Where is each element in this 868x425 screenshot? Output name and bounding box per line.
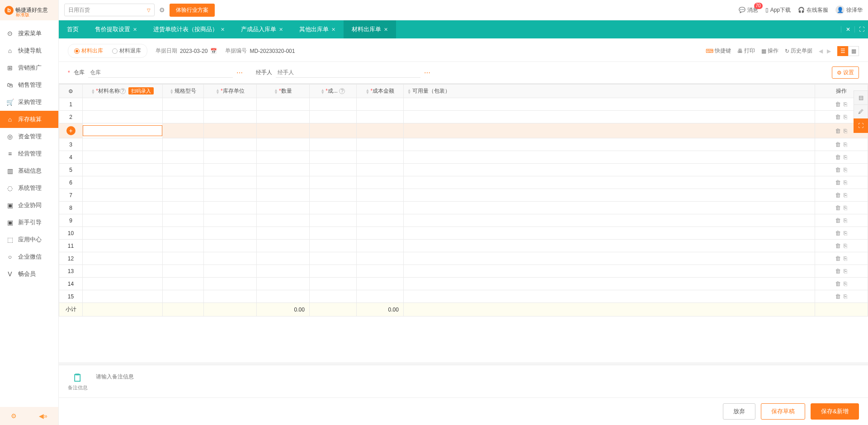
unit-cell[interactable]: [203, 123, 256, 138]
unit-cell[interactable]: [203, 227, 256, 240]
history-button[interactable]: ↻历史单据: [785, 47, 812, 55]
spec-cell[interactable]: [162, 290, 203, 303]
cost-cell[interactable]: [309, 240, 356, 252]
delete-icon[interactable]: 🗑: [835, 154, 841, 161]
nav-item-2[interactable]: ⊞营销推广: [0, 59, 58, 76]
tab-1[interactable]: 售价提取设置✕: [87, 20, 145, 38]
messages-button[interactable]: 💬 消息 70: [739, 6, 758, 14]
scan-badge[interactable]: 扫码录入: [128, 87, 154, 94]
spec-cell[interactable]: [162, 240, 203, 252]
close-icon[interactable]: ✕: [279, 27, 283, 33]
doc-date-value[interactable]: 2023-03-20: [180, 48, 208, 54]
amount-cell[interactable]: [356, 123, 403, 138]
unit-cell[interactable]: [203, 138, 256, 151]
qty-cell[interactable]: [256, 111, 309, 123]
amount-cell[interactable]: [356, 164, 403, 176]
copy-icon[interactable]: ⎘: [844, 217, 847, 224]
qty-cell[interactable]: [256, 176, 309, 189]
amount-cell[interactable]: [356, 278, 403, 290]
category-gear-icon[interactable]: ⚙: [159, 6, 165, 14]
col-material[interactable]: ▲▼*材料名称? 扫码录入: [83, 85, 163, 98]
table-row[interactable]: 4 🗑⎘: [59, 151, 868, 164]
nav-item-3[interactable]: 🛍销售管理: [0, 76, 58, 94]
material-cell[interactable]: [83, 227, 163, 240]
table-row[interactable]: 3 🗑⎘: [59, 138, 868, 151]
spec-cell[interactable]: [162, 151, 203, 164]
cost-cell[interactable]: [309, 111, 356, 123]
radio-material-return[interactable]: 材料退库: [108, 46, 146, 56]
cost-cell[interactable]: [309, 151, 356, 164]
nav-item-6[interactable]: ◎资金管理: [0, 128, 58, 145]
unit-cell[interactable]: [203, 214, 256, 227]
delete-icon[interactable]: 🗑: [835, 166, 841, 173]
material-cell[interactable]: [83, 202, 163, 214]
amount-cell[interactable]: [356, 189, 403, 202]
unit-cell[interactable]: [203, 189, 256, 202]
delete-icon[interactable]: 🗑: [835, 217, 841, 224]
float-tool-2[interactable]: 🖉: [854, 104, 868, 119]
print-button[interactable]: 🖶打印: [737, 47, 755, 55]
amount-cell[interactable]: [356, 111, 403, 123]
col-gear[interactable]: ⚙: [59, 85, 83, 98]
amount-cell[interactable]: [356, 290, 403, 303]
nav-item-8[interactable]: ▥基础信息: [0, 162, 58, 179]
handler-more-icon[interactable]: ⋯: [424, 69, 430, 76]
service-button[interactable]: 🎧 在线客服: [798, 6, 828, 14]
discard-button[interactable]: 放弃: [723, 403, 755, 420]
handler-input[interactable]: [276, 67, 420, 78]
remarks-input[interactable]: [94, 372, 859, 382]
delete-icon[interactable]: 🗑: [835, 268, 841, 274]
material-cell[interactable]: [83, 240, 163, 252]
table-row[interactable]: 14 🗑⎘: [59, 278, 868, 290]
cost-cell[interactable]: [309, 290, 356, 303]
unit-cell[interactable]: [203, 252, 256, 265]
table-row[interactable]: 6 🗑⎘: [59, 176, 868, 189]
table-row[interactable]: 5 🗑⎘: [59, 164, 868, 176]
table-row[interactable]: 7 🗑⎘: [59, 189, 868, 202]
promo-button[interactable]: 体验行业方案: [170, 4, 215, 17]
unit-cell[interactable]: [203, 151, 256, 164]
table-row[interactable]: 8 🗑⎘: [59, 202, 868, 214]
field-settings-button[interactable]: ⚙ 设置: [832, 66, 859, 79]
delete-icon[interactable]: 🗑: [835, 293, 841, 300]
unit-cell[interactable]: [203, 164, 256, 176]
delete-icon[interactable]: 🗑: [835, 242, 841, 249]
nav-item-5[interactable]: ⌂库存核算: [0, 111, 58, 128]
close-icon[interactable]: ✕: [331, 27, 335, 33]
copy-icon[interactable]: ⎘: [844, 128, 847, 134]
col-spec[interactable]: ▲▼规格型号: [162, 85, 203, 98]
col-available[interactable]: ▲▼可用量（包装）: [403, 85, 815, 98]
nav-item-12[interactable]: ⬚应用中心: [0, 231, 58, 248]
nav-item-0[interactable]: ⊙搜索菜单: [0, 25, 58, 42]
unit-cell[interactable]: [203, 240, 256, 252]
cost-cell[interactable]: [309, 278, 356, 290]
qty-cell[interactable]: [256, 202, 309, 214]
copy-icon[interactable]: ⎘: [844, 204, 847, 211]
user-menu[interactable]: 👤 徐泽华: [835, 5, 863, 14]
category-select[interactable]: 日用百货 ▽: [64, 4, 155, 16]
delete-icon[interactable]: 🗑: [835, 101, 841, 108]
copy-icon[interactable]: ⎘: [844, 268, 847, 274]
amount-cell[interactable]: [356, 98, 403, 111]
delete-icon[interactable]: 🗑: [835, 230, 841, 236]
settings-icon[interactable]: ⚙: [11, 412, 17, 420]
warehouse-more-icon[interactable]: ⋯: [236, 69, 242, 76]
qty-cell[interactable]: [256, 265, 309, 278]
nav-item-13[interactable]: ○企业微信: [0, 248, 58, 265]
warehouse-input[interactable]: [88, 67, 233, 78]
table-row[interactable]: 9 🗑⎘: [59, 214, 868, 227]
spec-cell[interactable]: [162, 123, 203, 138]
col-amount[interactable]: ▲▼*成本金额: [356, 85, 403, 98]
material-cell[interactable]: [83, 98, 163, 111]
close-icon[interactable]: ✕: [133, 27, 137, 33]
delete-icon[interactable]: 🗑: [835, 113, 841, 120]
grid-view-button[interactable]: ▦: [848, 46, 859, 56]
hotkey-button[interactable]: ⌨快捷键: [706, 47, 731, 55]
copy-icon[interactable]: ⎘: [844, 113, 847, 120]
delete-icon[interactable]: 🗑: [835, 128, 841, 134]
material-cell[interactable]: [83, 278, 163, 290]
cost-cell[interactable]: [309, 164, 356, 176]
amount-cell[interactable]: [356, 214, 403, 227]
spec-cell[interactable]: [162, 278, 203, 290]
qty-cell[interactable]: [256, 189, 309, 202]
